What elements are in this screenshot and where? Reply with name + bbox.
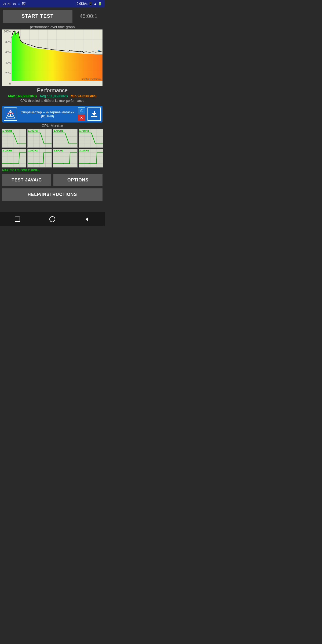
ad-close-button[interactable]: ✕ xyxy=(78,114,85,121)
status-bar: 21:50 ✉ G 🖼 0.0Kb/s 📳 ▲ 🔋 xyxy=(0,0,105,8)
graph-title: performance over time graph xyxy=(2,25,103,29)
cpu-freq-label-0: 1.78GHz xyxy=(2,129,12,132)
graph-canvas: time(interval 5min) xyxy=(12,29,103,81)
options-button[interactable]: OPTIONS xyxy=(53,174,103,186)
cpu-freq-label-3: 1.78GHz xyxy=(79,129,89,132)
performance-section: Performance Max 146,508GIPS Avg 111,053G… xyxy=(0,86,105,105)
status-left: 21:50 ✉ G 🖼 xyxy=(3,2,25,6)
ad-logo xyxy=(4,107,17,121)
recent-apps-icon xyxy=(14,216,21,222)
home-icon xyxy=(49,216,56,222)
test-java-c-button[interactable]: TEST JAVA/C xyxy=(2,174,51,186)
back-icon xyxy=(84,216,90,222)
y-label-100: 100% xyxy=(2,30,12,33)
cpu-freq-label-5: 2.10GHz xyxy=(28,149,38,152)
start-test-button[interactable]: START TEST xyxy=(3,10,72,23)
ad-text: Спортмастер – интернет-магазин (81 649) xyxy=(19,110,76,118)
ad-download-button[interactable] xyxy=(87,107,101,121)
cpu-bottom-row: 2.10GHz 2.10GHz xyxy=(2,149,103,167)
cpu-freq-label-6: 2.10GHz xyxy=(54,149,63,152)
performance-graph-svg xyxy=(12,29,103,81)
ad-logo-svg xyxy=(5,109,16,120)
top-controls: START TEST 45:00:1 xyxy=(0,8,105,25)
nav-recent-apps-button[interactable] xyxy=(14,215,21,223)
cpu-freq-label-7: 2.10GHz xyxy=(79,149,89,152)
svg-rect-85 xyxy=(15,217,20,222)
perf-min: Min 94,058GIPS xyxy=(71,94,97,98)
cpu-cell-1: 1.78GHz xyxy=(27,129,52,148)
cpu-freq-label-2: 1.78GHz xyxy=(54,129,63,132)
cpu-freq-label-1: 1.78GHz xyxy=(28,129,38,132)
timer-display: 45:00:1 xyxy=(75,13,102,19)
y-label-20: 20% xyxy=(2,72,12,75)
battery-icon: 🔋 xyxy=(98,2,102,6)
graph-y-labels: 100% 80% 60% 40% 20% 0 xyxy=(2,29,12,86)
svg-rect-18 xyxy=(91,116,97,117)
svg-point-86 xyxy=(50,217,55,222)
data-speed: 0.0Kb/s xyxy=(76,2,87,6)
graph-container: 100% 80% 60% 40% 20% 0 xyxy=(2,29,103,86)
wifi-icon: ▲ xyxy=(94,2,97,6)
photo-icon: 🖼 xyxy=(22,2,25,6)
y-label-40: 40% xyxy=(2,61,12,64)
y-label-60: 60% xyxy=(2,51,12,54)
svg-marker-87 xyxy=(86,217,88,221)
cpu-cell-2: 1.78GHz xyxy=(53,129,78,148)
help-instructions-button[interactable]: HELP/INSTRUCTIONS xyxy=(2,188,103,201)
cpu-cell-0: 1.78GHz xyxy=(2,129,26,148)
cpu-cell-5: 2.10GHz xyxy=(27,149,52,167)
nav-home-button[interactable] xyxy=(49,215,56,223)
performance-title: Performance xyxy=(2,87,103,94)
cpu-cell-6: 2.10GHz xyxy=(53,149,78,167)
cpu-cell-4: 2.10GHz xyxy=(2,149,26,167)
svg-rect-20 xyxy=(94,111,95,114)
nav-back-button[interactable] xyxy=(83,215,91,223)
ad-info-button[interactable]: ⓘ xyxy=(78,107,85,114)
google-icon: G xyxy=(18,2,20,6)
help-button-wrap: HELP/INSTRUCTIONS xyxy=(0,188,105,203)
cpu-monitor-section: CPU Monitor 1.78GHz 1.78GHz xyxy=(0,124,105,172)
bottom-buttons: TEST JAVA/C OPTIONS xyxy=(0,173,105,187)
graph-section: performance over time graph 100% 80% 60%… xyxy=(0,25,105,86)
download-icon xyxy=(90,110,98,118)
ad-banner[interactable]: Спортмастер – интернет-магазин (81 649) … xyxy=(2,106,103,122)
graph-x-label: time(interval 5min) xyxy=(82,78,101,80)
cpu-cell-7: 2.10GHz xyxy=(79,149,103,167)
vibrate-icon: 📳 xyxy=(89,2,93,6)
ad-actions: ⓘ ✕ xyxy=(78,107,85,121)
perf-max: Max 146,508GIPS xyxy=(8,94,37,98)
cpu-freq-label-4: 2.10GHz xyxy=(2,149,12,152)
y-label-80: 80% xyxy=(2,40,12,43)
y-label-0: 0 xyxy=(2,82,12,85)
ad-text-line1: Спортмастер – интернет-магазин xyxy=(19,110,76,114)
status-right: 0.0Kb/s 📳 ▲ 🔋 xyxy=(76,2,102,6)
gmail-icon: ✉ xyxy=(13,2,16,6)
cpu-top-row: 1.78GHz 1.78GHz xyxy=(2,129,103,148)
navigation-bar xyxy=(0,212,105,226)
perf-avg: Avg 111,053GIPS xyxy=(39,94,68,98)
status-time: 21:50 xyxy=(3,2,12,6)
ad-text-line2: (81 649) xyxy=(19,114,76,118)
cpu-max-clock: MAX CPU CLOCK:2.10GHz xyxy=(2,169,103,172)
cpu-cell-3: 1.78GHz xyxy=(79,129,103,148)
performance-stats: Max 146,508GIPS Avg 111,053GIPS Min 94,0… xyxy=(2,94,103,98)
cpu-monitor-title: CPU Monitor xyxy=(2,124,103,128)
perf-throttle: CPU throttled to 66% of its max performa… xyxy=(2,99,103,103)
